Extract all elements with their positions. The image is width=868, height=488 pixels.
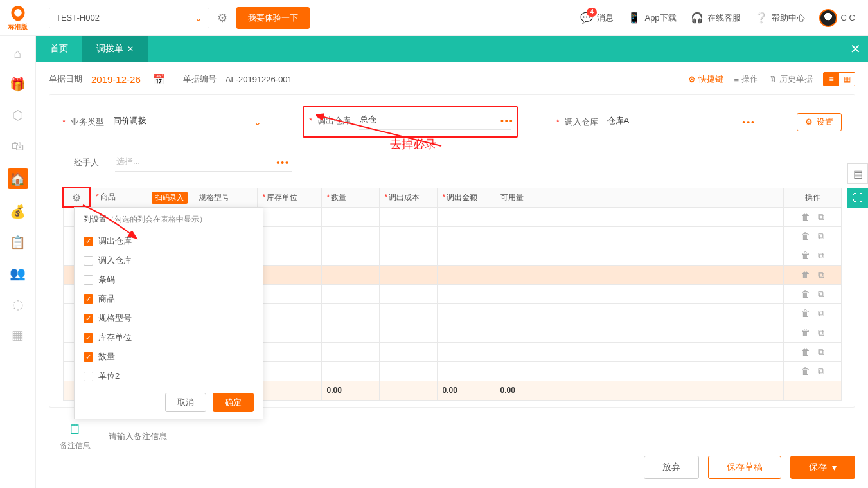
field-out-warehouse[interactable]: * 调出仓库 总仓 •••	[303, 106, 517, 138]
checkbox[interactable]: ✓	[84, 314, 93, 323]
copy-icon[interactable]: ⧉	[818, 347, 824, 357]
doc-tools: ⚙快捷键 ≡操作 🗓历史单据 ≡ ▦	[688, 72, 855, 86]
delete-icon[interactable]: 🗑	[801, 269, 810, 280]
rail-bag-icon[interactable]: 🛍	[10, 138, 26, 154]
header-app-download[interactable]: 📱 App下载	[628, 12, 676, 24]
field-biztype[interactable]: * 业务类型 同价调拨 ⌄	[62, 113, 264, 131]
cta-button[interactable]: 我要体验一下	[236, 7, 310, 29]
more-icon[interactable]: •••	[742, 117, 756, 127]
view-toggle: ≡ ▦	[823, 72, 855, 86]
float-buttons: ▤ ⛶	[847, 163, 868, 208]
copy-icon[interactable]: ⧉	[818, 212, 824, 222]
cancel-button[interactable]: 取消	[165, 393, 206, 412]
header-messages[interactable]: 💬 4 消息	[580, 12, 614, 24]
date-value[interactable]: 2019-12-26	[91, 74, 141, 85]
tool-history[interactable]: 🗓历史单据	[768, 73, 813, 85]
docno-value: AL-20191226-001	[226, 75, 292, 84]
doc-header: 单据日期 2019-12-26 📅 单据编号 AL-20191226-001 ⚙…	[36, 62, 868, 94]
confirm-button[interactable]: 确定	[213, 393, 254, 412]
rail-gift-icon[interactable]: 🎁	[10, 76, 26, 93]
col-option[interactable]: 单位2	[84, 366, 254, 386]
rail-clipboard-icon[interactable]: 📋	[10, 234, 26, 251]
copy-icon[interactable]: ⧉	[818, 250, 824, 260]
rail-contacts-icon[interactable]: 👥	[10, 265, 26, 282]
copy-icon[interactable]: ⧉	[818, 327, 824, 338]
delete-icon[interactable]: 🗑	[801, 347, 810, 357]
delete-icon[interactable]: 🗑	[801, 308, 810, 318]
save-button[interactable]: 保存▾	[790, 456, 855, 479]
more-icon[interactable]: •••	[276, 158, 290, 168]
gear-icon[interactable]: ⚙	[217, 11, 227, 25]
close-icon[interactable]: ✕	[127, 44, 134, 53]
col-option[interactable]: ✓数量	[84, 347, 254, 366]
float-expand-icon[interactable]: ⛶	[847, 188, 868, 208]
copy-icon[interactable]: ⧉	[818, 308, 824, 318]
header-customer-service[interactable]: 🎧 在线客服	[691, 12, 741, 24]
copy-icon[interactable]: ⧉	[818, 231, 824, 241]
discard-button[interactable]: 放弃	[644, 456, 699, 479]
th-spec: 规格型号	[193, 188, 257, 207]
scan-input-badge[interactable]: 扫码录入	[152, 192, 188, 204]
calendar-icon: 🗓	[768, 75, 777, 84]
logo[interactable]: 标准版	[0, 5, 36, 32]
tool-operation[interactable]: ≡操作	[734, 73, 758, 85]
more-icon[interactable]: •••	[500, 116, 514, 126]
checkbox[interactable]	[84, 372, 93, 381]
delete-icon[interactable]: 🗑	[801, 366, 810, 376]
tab-home[interactable]: 首页	[36, 36, 82, 62]
delete-icon[interactable]: 🗑	[801, 327, 810, 338]
gear-icon: ⚙	[688, 75, 696, 84]
table: ⚙ *商品扫码录入 规格型号 *库存单位 *数量 *调出成本 *调出金额 可用量…	[62, 187, 842, 401]
view-grid[interactable]: ▦	[839, 73, 855, 86]
copy-icon[interactable]: ⧉	[818, 366, 824, 376]
tool-shortcuts[interactable]: ⚙快捷键	[688, 73, 723, 85]
settings-button[interactable]: ⚙设置	[797, 113, 842, 131]
rail-new-icon[interactable]: ▦	[10, 327, 26, 343]
view-list[interactable]: ≡	[824, 73, 839, 86]
delete-icon[interactable]: 🗑	[801, 231, 810, 241]
header-help[interactable]: ❔ 帮助中心	[755, 12, 805, 24]
checkbox[interactable]	[84, 275, 93, 285]
rail-warehouse-icon[interactable]: 🏠	[8, 168, 28, 189]
checkbox[interactable]	[84, 256, 93, 266]
calendar-icon[interactable]: 📅	[152, 73, 165, 86]
th-amount: *调出金额	[437, 188, 495, 207]
org-select[interactable]: TEST-H002 ⌄	[49, 8, 209, 28]
delete-icon[interactable]: 🗑	[801, 250, 810, 260]
col-option[interactable]: ✓商品	[84, 289, 254, 309]
docno-label: 单据编号	[183, 73, 217, 85]
remarks-label: 🗒 备注信息	[49, 421, 101, 451]
checkbox[interactable]: ✓	[84, 333, 93, 343]
checkbox[interactable]: ✓	[84, 294, 93, 304]
copy-icon[interactable]: ⧉	[818, 269, 824, 280]
tab-bar-close[interactable]: ✕	[842, 36, 868, 62]
col-option[interactable]: ✓规格型号	[84, 309, 254, 328]
rail-tag-icon[interactable]: ⬡	[10, 107, 26, 123]
field-in-warehouse[interactable]: * 调入仓库 仓库A •••	[556, 113, 758, 131]
col-option[interactable]: 条码	[84, 270, 254, 289]
th-qty: *数量	[321, 188, 379, 207]
delete-icon[interactable]: 🗑	[801, 289, 810, 299]
field-handler[interactable]: 经手人 选择... •••	[74, 153, 292, 172]
remarks-input[interactable]	[101, 431, 855, 441]
list-icon: ≡	[734, 75, 739, 84]
rail-cycle-icon[interactable]: ◌	[10, 296, 26, 312]
float-note-icon[interactable]: ▤	[847, 163, 868, 184]
chevron-down-icon[interactable]: ⌄	[254, 117, 261, 127]
col-option[interactable]: 调入仓库	[84, 251, 254, 270]
org-name: TEST-H002	[56, 13, 100, 23]
col-option[interactable]: ✓库存单位	[84, 328, 254, 347]
col-option[interactable]: ✓调出仓库	[84, 231, 254, 251]
gear-icon: ⚙	[805, 117, 813, 127]
header-user[interactable]: C C	[819, 9, 855, 27]
tab-transfer-order[interactable]: 调拨单✕	[82, 36, 148, 62]
copy-icon[interactable]: ⧉	[818, 289, 824, 299]
col-settings-header[interactable]: ⚙	[63, 188, 90, 207]
date-label: 单据日期	[49, 73, 82, 85]
rail-home-icon[interactable]: ⌂	[10, 45, 26, 62]
checkbox[interactable]: ✓	[84, 237, 93, 246]
save-draft-button[interactable]: 保存草稿	[708, 456, 781, 479]
rail-money-icon[interactable]: 💰	[10, 203, 26, 220]
delete-icon[interactable]: 🗑	[801, 212, 810, 222]
checkbox[interactable]: ✓	[84, 352, 93, 362]
